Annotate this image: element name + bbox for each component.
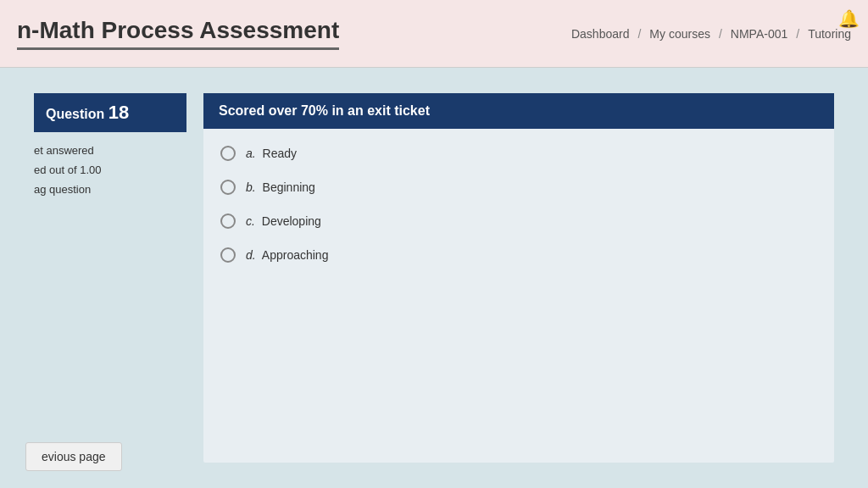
breadcrumb-course[interactable]: NMPA-001	[731, 27, 787, 41]
question-title-bar: Scored over 70% in an exit ticket	[203, 93, 834, 129]
option-item-4[interactable]: d. Approaching	[220, 247, 817, 263]
sidebar: Question 18 et answered ed out of 1.00 a…	[34, 93, 186, 463]
option-radio-2[interactable]	[220, 180, 236, 195]
main-content: Question 18 et answered ed out of 1.00 a…	[0, 68, 868, 488]
footer-area: evious page	[25, 442, 122, 471]
option-label-1: a. Ready	[246, 147, 297, 160]
page-title: n-Math Process Assessment	[17, 17, 339, 44]
option-radio-1[interactable]	[220, 146, 236, 161]
option-item-3[interactable]: c. Developing	[220, 214, 817, 229]
previous-page-button[interactable]: evious page	[25, 442, 122, 471]
question-label: Question	[46, 107, 104, 121]
option-radio-3[interactable]	[220, 214, 236, 229]
option-item-1[interactable]: a. Ready	[220, 146, 817, 161]
page-header: n-Math Process Assessment Dashboard / My…	[0, 0, 868, 68]
breadcrumb-sep-1: /	[637, 27, 641, 41]
option-radio-4[interactable]	[220, 247, 236, 263]
answered-status: et answered	[34, 141, 186, 160]
question-content-area: Scored over 70% in an exit ticket a. Rea…	[203, 93, 834, 463]
breadcrumb-dashboard[interactable]: Dashboard	[571, 27, 630, 41]
option-label-4: d. Approaching	[246, 248, 328, 262]
header-underline	[17, 47, 339, 50]
breadcrumb-sep-2: /	[719, 27, 722, 41]
bell-icon[interactable]: 🔔	[838, 8, 860, 29]
header-left: n-Math Process Assessment	[17, 17, 339, 50]
flag-question: ag question	[34, 180, 186, 199]
breadcrumb-sep-3: /	[796, 27, 799, 41]
question-header-box: Question 18	[34, 93, 186, 132]
option-label-3: c. Developing	[246, 214, 321, 228]
option-label-2: b. Beginning	[246, 180, 315, 194]
option-item-2[interactable]: b. Beginning	[220, 180, 817, 195]
question-number: 18	[108, 102, 129, 123]
breadcrumb: Dashboard / My courses / NMPA-001 / Tuto…	[571, 27, 851, 41]
breadcrumb-mycourses[interactable]: My courses	[649, 27, 710, 41]
options-list: a. Readyb. Beginningc. Developingd. Appr…	[203, 146, 834, 263]
grade-status: ed out of 1.00	[34, 160, 186, 180]
